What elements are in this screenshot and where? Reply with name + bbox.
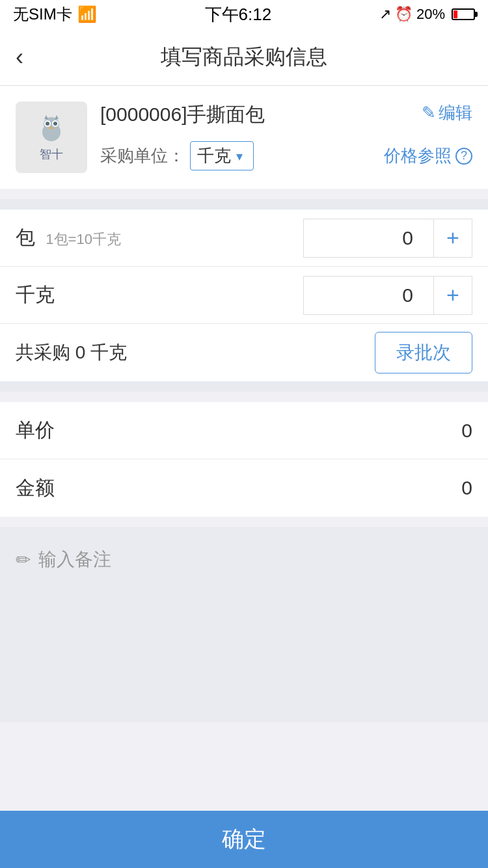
pencil-icon: ✏ — [16, 549, 31, 571]
product-info: [0000006]手撕面包 ✎ 编辑 采购单位： 千克 ▾ 价格参照 ? — [100, 102, 472, 170]
edit-icon: ✎ — [422, 103, 436, 123]
nav-bar: ‹ 填写商品采购信息 — [0, 29, 488, 86]
bag-label-wrap: 包 1包=10千克 — [16, 224, 303, 251]
svg-point-4 — [46, 122, 49, 126]
section-divider-1 — [0, 199, 488, 210]
bag-plus-button[interactable]: + — [433, 219, 472, 258]
svg-marker-8 — [55, 115, 59, 119]
dropdown-icon: ▾ — [236, 148, 243, 164]
product-name-row: [0000006]手撕面包 ✎ 编辑 — [100, 102, 472, 128]
product-logo: 智十 — [35, 113, 68, 162]
help-icon: ? — [455, 148, 472, 165]
notes-placeholder: 输入备注 — [38, 547, 111, 572]
battery-percent: 20% — [416, 6, 445, 23]
status-time: 下午6:12 — [205, 3, 272, 26]
unit-select[interactable]: 千克 ▾ — [190, 141, 254, 170]
bottom-spacer — [0, 592, 488, 722]
status-right: ↗ ⏰ 20% — [379, 6, 475, 23]
amount-label: 金额 — [16, 475, 55, 502]
bag-quantity-input[interactable] — [303, 219, 433, 258]
bag-input-row: 包 1包=10千克 + — [0, 210, 488, 267]
total-label: 共采购 0 千克 — [16, 340, 127, 365]
product-name: [0000006]手撕面包 — [100, 102, 422, 128]
unit-price-value: 0 — [461, 420, 472, 442]
confirm-button[interactable]: 确定 — [0, 811, 488, 868]
status-left: 无SIM卡 📶 — [13, 4, 97, 25]
location-icon: ↗ — [379, 6, 391, 23]
unit-row: 采购单位： 千克 ▾ 价格参照 ? — [100, 141, 472, 170]
page-title: 填写商品采购信息 — [161, 43, 327, 72]
section-divider-2 — [0, 381, 488, 392]
bag-input-wrap: + — [303, 219, 472, 258]
alarm-icon: ⏰ — [395, 6, 413, 23]
price-section: 单价 0 金额 0 — [0, 402, 488, 517]
carrier-label: 无SIM卡 — [13, 4, 72, 25]
main-content: 智十 [0000006]手撕面包 ✎ 编辑 采购单位： 千克 ▾ — [0, 86, 488, 722]
kg-label: 千克 — [16, 282, 303, 308]
logo-text: 智十 — [40, 146, 63, 162]
kg-quantity-input[interactable] — [303, 276, 433, 315]
back-button[interactable]: ‹ — [16, 44, 23, 71]
battery-icon — [452, 8, 475, 20]
total-unit: 千克 — [90, 342, 127, 362]
amount-value: 0 — [461, 477, 472, 499]
kg-plus-button[interactable]: + — [433, 276, 472, 315]
kg-input-row: 千克 + — [0, 267, 488, 324]
wifi-icon: 📶 — [77, 5, 97, 23]
notes-section[interactable]: ✏ 输入备注 — [0, 527, 488, 592]
product-card: 智十 [0000006]手撕面包 ✎ 编辑 采购单位： 千克 ▾ — [0, 86, 488, 189]
bag-label: 包 — [16, 226, 35, 248]
price-ref-button[interactable]: 价格参照 ? — [384, 144, 472, 167]
unit-price-row: 单价 0 — [0, 402, 488, 459]
product-image: 智十 — [16, 102, 87, 173]
unit-label: 采购单位： — [100, 144, 185, 167]
status-bar: 无SIM卡 📶 下午6:12 ↗ ⏰ 20% — [0, 0, 488, 29]
bag-input-section: 包 1包=10千克 + 千克 + — [0, 210, 488, 324]
svg-point-5 — [53, 122, 57, 126]
total-amount: 0 — [75, 342, 86, 362]
kg-input-wrap: + — [303, 276, 472, 315]
total-row: 共采购 0 千克 录批次 — [0, 324, 488, 381]
unit-value: 千克 — [197, 144, 231, 167]
record-batch-button[interactable]: 录批次 — [375, 332, 472, 373]
edit-button[interactable]: ✎ 编辑 — [422, 102, 472, 124]
amount-row: 金额 0 — [0, 459, 488, 517]
confirm-button-label: 确定 — [222, 824, 266, 854]
svg-marker-7 — [44, 115, 48, 119]
unit-price-label: 单价 — [16, 417, 55, 444]
bag-sublabel: 1包=10千克 — [46, 231, 121, 247]
